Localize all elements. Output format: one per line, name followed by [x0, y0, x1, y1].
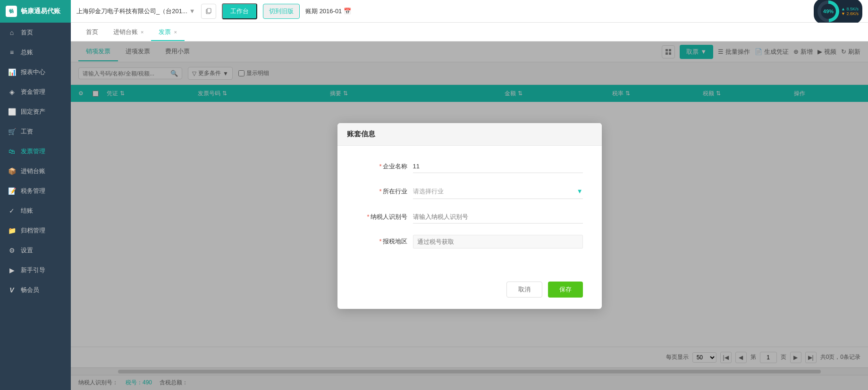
sidebar-item-settle[interactable]: ✓ 结账 — [0, 201, 71, 221]
switch-old-button[interactable]: 切到旧版 — [263, 4, 300, 19]
main-content: 上海卯金刀电子科技有限公司_（台201... ▼ 工作台 切到旧版 账期 201… — [71, 0, 868, 390]
period-display: 账期 2016-01 📅 — [305, 7, 352, 16]
invoice-icon: 🛍 — [8, 148, 16, 155]
speed-down: ▼ 2.6K/s — [841, 11, 859, 16]
sidebar-label-tax: 税务管理 — [21, 187, 45, 195]
sidebar-label-home: 首页 — [21, 28, 33, 37]
content-area: 销项发票 进项发票 费用小票 取票 ▼ ☰ — [71, 41, 868, 390]
report-icon: 📊 — [8, 68, 16, 76]
sidebar-item-guide[interactable]: ▶ 新手引导 — [0, 260, 71, 280]
sidebar-item-ledger[interactable]: ≡ 总账 — [0, 42, 71, 62]
company-name-input[interactable] — [413, 160, 583, 173]
company-name-label: 企业名称 — [356, 162, 413, 171]
modal-footer: 取消 保存 — [337, 274, 602, 309]
tab-home[interactable]: 首页 — [78, 24, 106, 41]
sidebar-label-ledger: 总账 — [21, 48, 33, 57]
account-info-modal: 账套信息 企业名称 所在行业 请选择行业 ▼ — [337, 123, 602, 309]
sidebar-label-fund: 资金管理 — [21, 88, 45, 96]
form-row-company: 企业名称 — [356, 160, 583, 173]
company-dropdown-icon[interactable]: ▼ — [189, 8, 195, 15]
topbar-icons — [201, 4, 216, 19]
company-selector[interactable]: 上海卯金刀电子科技有限公司_（台201... ▼ — [76, 7, 195, 16]
sidebar-item-purchase[interactable]: 📦 进销台账 — [0, 161, 71, 181]
logo-text: 畅康通易代账 — [21, 7, 60, 16]
tab-invoice-close[interactable]: × — [174, 29, 177, 35]
sidebar-item-asset[interactable]: ⬜ 固定资产 — [0, 102, 71, 122]
topbar: 上海卯金刀电子科技有限公司_（台201... ▼ 工作台 切到旧版 账期 201… — [71, 0, 868, 23]
sidebar-label-settings: 设置 — [21, 246, 33, 255]
tab-home-label: 首页 — [86, 28, 98, 36]
workbench-button[interactable]: 工作台 — [222, 3, 257, 19]
sidebar-item-settings[interactable]: ⚙ 设置 — [0, 241, 71, 260]
sidebar-item-fund[interactable]: ◈ 资金管理 — [0, 82, 71, 102]
guide-icon: ▶ — [8, 266, 16, 274]
member-icon: V — [8, 286, 16, 294]
sidebar-label-archive: 归档管理 — [21, 226, 45, 235]
home-icon: ⌂ — [8, 29, 16, 36]
fund-icon: ◈ — [8, 88, 16, 96]
industry-select[interactable]: 请选择行业 ▼ — [413, 184, 583, 199]
sidebar-label-settle: 结账 — [21, 207, 33, 215]
sidebar-label-report: 报表中心 — [21, 68, 45, 76]
sidebar-item-tax[interactable]: 📝 税务管理 — [0, 181, 71, 201]
industry-label: 所在行业 — [356, 187, 413, 196]
tabbar: 首页 进销台账 × 发票 × — [71, 23, 868, 41]
tab-invoice-label: 发票 — [159, 28, 171, 36]
modal-header: 账套信息 — [337, 123, 602, 146]
form-row-taxid: 纳税人识别号 — [356, 210, 583, 224]
sidebar-label-payroll: 工资 — [21, 127, 33, 136]
sidebar-label-asset: 固定资产 — [21, 108, 45, 116]
save-button[interactable]: 保存 — [548, 282, 583, 298]
period-value: 2016-01 — [320, 8, 342, 15]
speed-info: ▲ 8.5K/s ▼ 2.6K/s — [841, 7, 859, 16]
modal-title: 账套信息 — [347, 130, 375, 138]
tax-id-input[interactable] — [413, 210, 583, 224]
form-row-tax-region: 报税地区 — [356, 235, 583, 249]
sidebar-label-member: 畅会员 — [21, 286, 39, 294]
network-widget: 49% ▲ 8.5K/s ▼ 2.6K/s — [814, 0, 862, 24]
tab-purchase-close[interactable]: × — [141, 29, 143, 35]
sidebar-item-report[interactable]: 📊 报表中心 — [0, 62, 71, 82]
period-label: 账期 — [305, 7, 318, 16]
payroll-icon: 🛒 — [8, 128, 16, 135]
sidebar-item-invoice[interactable]: 🛍 发票管理 — [0, 141, 71, 161]
sidebar-item-home[interactable]: ⌂ 首页 — [0, 23, 71, 42]
company-name: 上海卯金刀电子科技有限公司_（台201... — [76, 7, 187, 16]
speed-circle: 49% — [817, 0, 839, 22]
tax-region-label: 报税地区 — [356, 237, 413, 246]
tab-purchase-label: 进销台账 — [113, 28, 138, 36]
speed-up: ▲ 8.5K/s — [841, 7, 859, 11]
modal-overlay: 账套信息 企业名称 所在行业 请选择行业 ▼ — [71, 41, 868, 390]
sidebar-label-guide: 新手引导 — [21, 266, 45, 274]
app-logo: 畅 畅康通易代账 — [0, 0, 71, 23]
svg-rect-1 — [207, 8, 211, 13]
tax-id-label: 纳税人识别号 — [356, 213, 413, 221]
sidebar: 畅 畅康通易代账 ⌂ 首页 ≡ 总账 📊 报表中心 ◈ 资金管理 ⬜ 固定资产 … — [0, 0, 71, 390]
asset-icon: ⬜ — [8, 108, 16, 116]
tab-purchase[interactable]: 进销台账 × — [106, 24, 151, 41]
form-row-industry: 所在行业 请选择行业 ▼ — [356, 184, 583, 199]
cancel-button[interactable]: 取消 — [506, 282, 542, 298]
logo-icon: 畅 — [6, 6, 17, 17]
sidebar-item-archive[interactable]: 📁 归档管理 — [0, 221, 71, 241]
modal-body: 企业名称 所在行业 请选择行业 ▼ — [337, 146, 602, 274]
topbar-right: 49% ▲ 8.5K/s ▼ 2.6K/s — [814, 0, 862, 24]
industry-placeholder: 请选择行业 — [413, 187, 444, 196]
sidebar-label-purchase: 进销台账 — [21, 167, 45, 175]
tax-icon: 📝 — [8, 187, 16, 195]
sidebar-item-payroll[interactable]: 🛒 工资 — [0, 122, 71, 141]
tax-region-input[interactable] — [413, 235, 583, 249]
archive-icon: 📁 — [8, 227, 16, 234]
sidebar-item-member[interactable]: V 畅会员 — [0, 280, 71, 300]
industry-dropdown-icon: ▼ — [577, 188, 583, 195]
tab-invoice[interactable]: 发票 × — [151, 24, 184, 41]
ledger-icon: ≡ — [8, 49, 16, 56]
purchase-icon: 📦 — [8, 167, 16, 175]
speed-percent: 49% — [821, 4, 836, 19]
sidebar-label-invoice: 发票管理 — [21, 147, 45, 156]
calendar-icon[interactable]: 📅 — [344, 8, 351, 15]
settings-icon: ⚙ — [8, 247, 16, 254]
settle-icon: ✓ — [8, 207, 16, 215]
copy-icon-btn[interactable] — [201, 4, 216, 19]
